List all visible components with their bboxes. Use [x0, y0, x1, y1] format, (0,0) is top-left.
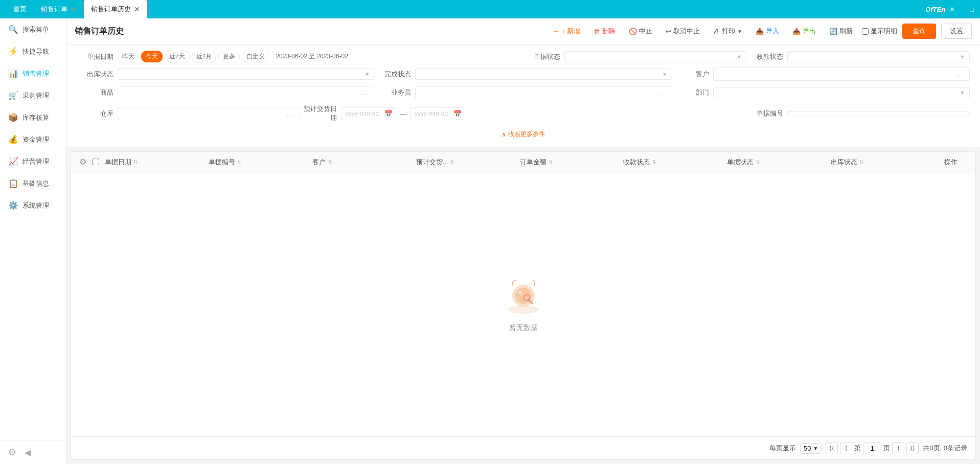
export-button[interactable]: 📤 导出 [788, 25, 820, 38]
main-layout: 🔍 搜索菜单 ⚡ 快捷导航 📊 销售管理 🛒 采购管理 📦 库存核算 💰 资金管… [0, 18, 980, 464]
th-delivery: 预计交货... ⇅ [412, 158, 516, 167]
sidebar-item-inventory[interactable]: 📦 库存核算 [0, 106, 66, 128]
refresh-button[interactable]: 🔄 刷新 [825, 25, 857, 38]
customer-ellipsis[interactable]: … [954, 70, 965, 78]
import-button[interactable]: 📥 导入 [751, 25, 783, 38]
payment-status-select[interactable]: ▼ [787, 51, 970, 62]
sidebar-item-business[interactable]: 📈 经营管理 [0, 150, 66, 172]
per-page-select[interactable]: 50 ▼ [800, 443, 822, 454]
sidebar-item-basics[interactable]: 📋 基础信息 [0, 172, 66, 194]
salesman-ellipsis[interactable]: … [656, 89, 668, 97]
system-icon: ⚙️ [8, 201, 18, 210]
collapse-chevron: ∧ [502, 131, 506, 138]
sort-bill-icon[interactable]: ⇅ [756, 159, 760, 165]
stop-label: 中止 [639, 27, 652, 36]
top-close-icon[interactable]: ✕ [949, 6, 955, 13]
delete-button[interactable]: 🗑 删除 [589, 25, 620, 38]
collapse-bar[interactable]: ∧ 收起更多条件 [77, 128, 970, 141]
date-range-display: 2023-06-02 至 2023-06-02 [276, 52, 348, 61]
sidebar-item-system[interactable]: ⚙️ 系统管理 [0, 194, 66, 216]
sidebar-item-quicknav[interactable]: ⚡ 快捷导航 [0, 40, 66, 62]
display-detail-checkbox[interactable]: 显示明细 [862, 27, 897, 36]
sidebar-collapse-icon[interactable]: ◀ [25, 448, 31, 457]
th-bill-status: 单据状态 ⇅ [723, 158, 827, 167]
sidebar-item-search[interactable]: 🔍 搜索菜单 [0, 18, 66, 40]
page-prev-btn[interactable]: ⟨ [840, 442, 852, 454]
per-page-arrow: ▼ [813, 446, 818, 451]
th-customer-label: 客户 [312, 158, 326, 167]
tab-home[interactable]: 首页 [6, 0, 34, 18]
select-all-checkbox[interactable] [93, 159, 99, 165]
order-no-input[interactable] [787, 111, 970, 116]
sort-stock-icon[interactable]: ⇅ [859, 159, 863, 165]
top-minimize-icon[interactable]: — [959, 6, 966, 13]
filter-area: 单据日期 昨天 今天 近7天 近1月 更多 自定义 2023-06-02 至 2… [66, 45, 980, 147]
page-next-btn[interactable]: ⟩ [892, 442, 904, 454]
date-more[interactable]: 更多 [218, 51, 240, 62]
filter-stock-out: 出库状态 ▼ [77, 69, 374, 80]
page-number-input[interactable] [863, 442, 881, 454]
settings-button[interactable]: 设置 [941, 24, 972, 39]
complete-status-select[interactable]: ▼ [415, 69, 672, 80]
print-button[interactable]: 🖨 打印 ▼ [709, 25, 746, 38]
sort-date-icon[interactable]: ⇅ [133, 159, 138, 165]
page-first-btn[interactable]: ⟨⟨ [826, 442, 838, 454]
product-ellipsis[interactable]: … [358, 89, 370, 97]
warehouse-input[interactable]: … [118, 107, 300, 120]
tab-sales-order-close[interactable]: ✕ [71, 5, 77, 13]
product-label: 商品 [77, 88, 118, 97]
sort-customer-icon[interactable]: ⇅ [328, 159, 332, 165]
date-1month[interactable]: 近1月 [192, 51, 217, 62]
page-last-btn[interactable]: ⟩⟩ [906, 442, 919, 454]
content-area: 销售订单历史 ＋ + 新增 🗑 删除 🚫 中止 ↩ 取消中止 [66, 18, 980, 464]
stop-button[interactable]: 🚫 中止 [625, 25, 656, 38]
filter-bill-status: 单据状态 ▼ [523, 51, 747, 62]
filter-complete-status: 完成状态 ▼ [374, 69, 672, 80]
filter-customer: 客户 … [672, 68, 970, 81]
sort-payment-icon[interactable]: ⇅ [652, 159, 656, 165]
bill-status-select[interactable]: ▼ [564, 51, 747, 62]
cancel-stop-label: 取消中止 [673, 27, 700, 36]
tab-sales-order[interactable]: 销售订单 ✕ [34, 0, 84, 18]
new-label: + 新增 [561, 27, 580, 36]
date-yesterday[interactable]: 昨天 [118, 51, 139, 62]
table-settings-icon[interactable]: ⚙ [79, 157, 86, 167]
department-select[interactable]: ▼ [713, 87, 970, 98]
th-order-no-label: 单据编号 [209, 158, 235, 167]
calendar-end-icon[interactable]: 📅 [453, 110, 462, 118]
customer-input[interactable]: … [713, 68, 970, 81]
date-custom[interactable]: 自定义 [242, 51, 269, 62]
sort-delivery-icon[interactable]: ⇅ [450, 159, 454, 165]
sort-order-no-icon[interactable]: ⇅ [237, 159, 241, 165]
date-7days[interactable]: 近7天 [165, 51, 190, 62]
sidebar-item-sales[interactable]: 📊 销售管理 [0, 62, 66, 84]
sidebar-item-finance[interactable]: 💰 资金管理 [0, 128, 66, 150]
th-amount-label: 订单金额 [520, 158, 546, 167]
complete-status-arrow: ▼ [662, 71, 668, 77]
sort-amount-icon[interactable]: ⇅ [549, 159, 553, 165]
delivery-date-end[interactable]: yyyy-mm-dd 📅 [410, 107, 466, 120]
table-area: ⚙ 单据日期 ⇅ 单据编号 ⇅ 客户 ⇅ 预计交货... ⇅ [71, 151, 976, 460]
stock-out-select[interactable]: ▼ [118, 69, 374, 80]
display-detail-input[interactable] [862, 28, 869, 35]
per-page-label: 每页显示 [769, 444, 796, 453]
sidebar-settings-icon[interactable]: ⚙ [8, 447, 16, 458]
warehouse-ellipsis[interactable]: … [284, 109, 295, 118]
salesman-input[interactable]: … [415, 86, 672, 99]
product-input[interactable]: … [118, 86, 374, 99]
sidebar-item-search-label: 搜索菜单 [22, 25, 49, 34]
tab-sales-history-close[interactable]: ✕ [134, 5, 140, 13]
new-button[interactable]: ＋ + 新增 [549, 25, 584, 38]
tab-sales-history[interactable]: 销售订单历史 ✕ [84, 0, 147, 18]
cancel-stop-button[interactable]: ↩ 取消中止 [662, 25, 704, 38]
query-button[interactable]: 查询 [902, 24, 936, 39]
calendar-start-icon[interactable]: 📅 [384, 110, 393, 118]
date-today[interactable]: 今天 [141, 51, 163, 62]
sidebar-item-finance-label: 资金管理 [22, 135, 49, 144]
sidebar-item-purchase[interactable]: 🛒 采购管理 [0, 84, 66, 106]
sidebar-bottom: ⚙ ◀ [0, 440, 66, 464]
delivery-date-start[interactable]: yyyy-mm-dd 📅 [341, 107, 397, 120]
top-maximize-icon[interactable]: □ [970, 6, 974, 13]
svg-point-5 [518, 291, 521, 294]
th-date: 单据日期 ⇅ [101, 158, 204, 167]
